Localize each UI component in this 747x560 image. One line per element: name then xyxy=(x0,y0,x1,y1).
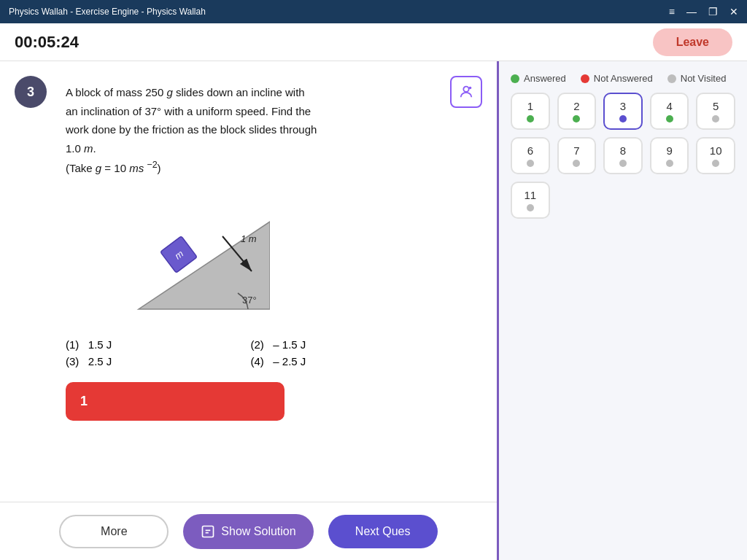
question-grid: 1234567891011 xyxy=(511,93,735,219)
question-text: A block of mass 250 g slides down an inc… xyxy=(66,83,475,178)
option-1-row: (1) 1.5 J xyxy=(66,338,247,351)
option-2-row: (2) – 1.5 J xyxy=(251,338,432,351)
restore-btn[interactable]: ❐ xyxy=(708,6,718,18)
option-1-label: (1) 1.5 J xyxy=(66,338,112,351)
q-num-11: 11 xyxy=(524,189,536,201)
q-dot-5 xyxy=(712,115,719,122)
menu-btn[interactable]: ≡ xyxy=(669,6,675,18)
question-btn-11[interactable]: 11 xyxy=(511,182,550,219)
answered-dot xyxy=(511,74,519,83)
diagram-container: m 1 m 37° xyxy=(66,185,431,331)
bottom-bar: More Show Solution Next Ques xyxy=(0,502,497,560)
question-btn-8[interactable]: 8 xyxy=(603,137,643,174)
question-btn-6[interactable]: 6 xyxy=(511,137,550,174)
svg-text:1 m: 1 m xyxy=(241,233,257,244)
q-num-8: 8 xyxy=(620,144,626,157)
more-button[interactable]: More xyxy=(59,515,169,548)
title-bar: Physics Wallah - Exercise Engine - Physi… xyxy=(0,0,747,23)
q-num-4: 4 xyxy=(666,100,672,112)
option-4-label: (4) – 2.5 J xyxy=(251,355,306,368)
legend: Answered Not Answered Not Visited xyxy=(511,73,735,84)
svg-text:37°: 37° xyxy=(242,295,257,306)
q-dot-8 xyxy=(619,160,627,167)
q-num-7: 7 xyxy=(573,144,579,157)
option-3-row: (3) 2.5 J xyxy=(66,355,247,368)
not-visited-label: Not Visited xyxy=(681,73,727,84)
window-controls: ≡ — ❐ ✕ xyxy=(669,6,738,18)
q-num-1: 1 xyxy=(527,100,533,112)
app-title: Physics Wallah - Exercise Engine - Physi… xyxy=(9,7,206,17)
options-container: (1) 1.5 J (2) – 1.5 J (3) 2.5 J (4) – 2.… xyxy=(66,338,431,368)
q-dot-2 xyxy=(573,115,580,122)
answered-label: Answered xyxy=(524,73,566,84)
q-num-10: 10 xyxy=(710,144,722,157)
svg-rect-8 xyxy=(203,526,214,537)
option-3-label: (3) 2.5 J xyxy=(66,355,112,368)
not-visited-legend: Not Visited xyxy=(667,73,727,84)
q-dot-4 xyxy=(666,115,673,122)
selected-answer-button[interactable]: 1 xyxy=(66,382,285,421)
q-dot-1 xyxy=(527,115,534,122)
incline-diagram: m 1 m 37° xyxy=(66,185,270,331)
question-btn-7[interactable]: 7 xyxy=(557,137,597,174)
header: 00:05:24 Leave xyxy=(0,23,747,61)
leave-button[interactable]: Leave xyxy=(653,28,732,56)
q-dot-11 xyxy=(527,204,534,211)
question-btn-9[interactable]: 9 xyxy=(650,137,689,174)
question-btn-2[interactable]: 2 xyxy=(557,93,597,130)
not-answered-label: Not Answered xyxy=(594,73,653,84)
svg-point-0 xyxy=(463,87,468,92)
solution-icon xyxy=(201,524,215,539)
question-btn-10[interactable]: 10 xyxy=(696,137,735,174)
next-question-button[interactable]: Next Ques xyxy=(328,515,438,548)
not-answered-legend: Not Answered xyxy=(581,73,653,84)
question-btn-4[interactable]: 4 xyxy=(650,93,689,130)
q-num-9: 9 xyxy=(666,144,672,157)
timer-display: 00:05:24 xyxy=(15,33,79,52)
q-num-2: 2 xyxy=(573,100,579,112)
minimize-btn[interactable]: — xyxy=(686,6,697,18)
main-layout: 3 A block of mass 250 g slides down an i… xyxy=(0,61,747,560)
q-num-6: 6 xyxy=(527,144,533,157)
close-btn[interactable]: ✕ xyxy=(729,6,738,18)
svg-point-1 xyxy=(469,87,472,90)
question-btn-3[interactable]: 3 xyxy=(603,93,643,130)
option-4-row: (4) – 2.5 J xyxy=(251,355,432,368)
not-visited-dot xyxy=(667,74,676,83)
q-dot-10 xyxy=(712,160,719,167)
show-solution-button[interactable]: Show Solution xyxy=(183,514,313,549)
q-dot-3 xyxy=(619,115,627,122)
q-dot-7 xyxy=(573,160,580,167)
left-panel: 3 A block of mass 250 g slides down an i… xyxy=(0,61,499,560)
question-number: 3 xyxy=(15,76,47,108)
q-num-5: 5 xyxy=(713,100,719,112)
not-answered-dot xyxy=(581,74,589,83)
q-dot-9 xyxy=(666,160,673,167)
answered-legend: Answered xyxy=(511,73,566,84)
show-solution-label: Show Solution xyxy=(221,525,295,538)
bookmark-button[interactable] xyxy=(450,76,482,108)
option-2-label: (2) – 1.5 J xyxy=(251,338,306,351)
question-btn-1[interactable]: 1 xyxy=(511,93,550,130)
right-panel: Answered Not Answered Not Visited 123456… xyxy=(499,61,747,560)
question-btn-5[interactable]: 5 xyxy=(696,93,735,130)
q-num-3: 3 xyxy=(620,100,626,112)
question-area: 3 A block of mass 250 g slides down an i… xyxy=(0,61,497,502)
q-dot-6 xyxy=(527,160,534,167)
